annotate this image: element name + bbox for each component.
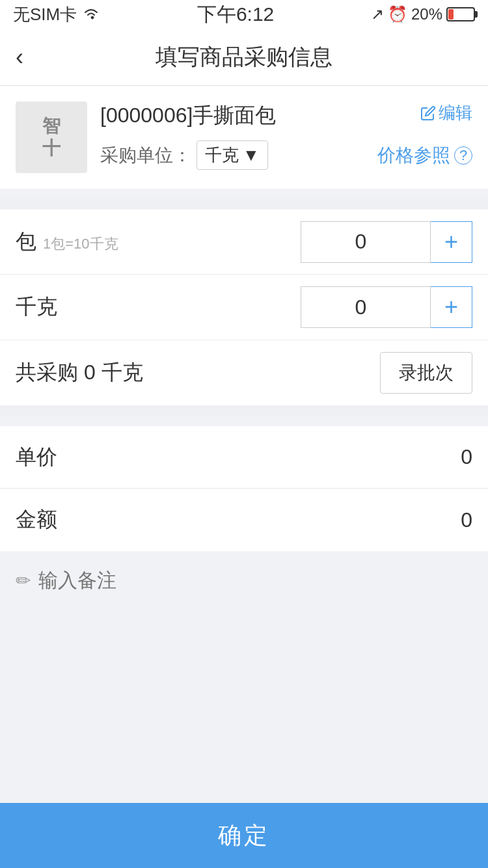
alarm-icon: ⏰ [388,5,407,23]
status-bar: 无SIM卡 下午6:12 ↗ ⏰ 20% [0,0,488,29]
status-left: 无SIM卡 [13,3,100,26]
unit-select[interactable]: 千克 ▼ [197,141,268,170]
battery-icon [446,7,475,21]
bao-plus-button[interactable]: + [431,221,472,263]
content-spacer [0,610,488,740]
bao-input[interactable] [301,221,431,263]
kg-input-row: 千克 + [0,275,488,340]
wifi-icon [82,5,100,25]
summary-text: 共采购 0 千克 [16,359,143,387]
separator-2 [0,405,488,416]
bao-input-controls: + [301,221,472,263]
batch-button[interactable]: 录批次 [380,352,472,394]
notes-section: ✏ [0,551,488,610]
product-unit-row: 采购单位： 千克 ▼ 价格参照 ? [100,141,472,170]
battery-percentage: 20% [411,5,442,23]
product-card: 智 十 [0000006]手撕面包 编辑 采购单位： [0,86,488,189]
kg-input[interactable] [301,286,431,328]
kg-plus-button[interactable]: + [431,286,472,328]
bao-input-row: 包 1包=10千克 + [0,210,488,275]
dropdown-icon: ▼ [243,145,260,165]
bao-sublabel: 1包=10千克 [43,234,118,254]
amount-label: 金额 [16,506,57,534]
unit-label: 采购单位： 千克 ▼ [100,141,268,170]
page-title: 填写商品采购信息 [156,42,332,72]
product-logo: 智 十 [42,115,61,159]
back-button[interactable]: ‹ [16,44,23,71]
summary-section: 共采购 0 千克 录批次 [0,340,488,405]
nav-bar: ‹ 填写商品采购信息 [0,29,488,86]
bao-label: 包 1包=10千克 [16,228,118,256]
carrier-text: 无SIM卡 [13,3,77,26]
price-ref-icon: ? [454,146,472,165]
price-ref-button[interactable]: 价格参照 ? [377,143,472,168]
status-time: 下午6:12 [197,1,274,28]
amount-value: 0 [461,508,472,532]
product-header: [0000006]手撕面包 编辑 [100,102,472,130]
pencil-icon: ✏ [16,570,31,591]
notes-input[interactable] [38,569,472,591]
unit-price-label: 单价 [16,443,57,472]
edit-button[interactable]: 编辑 [420,102,472,124]
summary-row: 共采购 0 千克 录批次 [0,340,488,405]
amount-row: 金额 0 [0,489,488,551]
confirm-button[interactable]: 确定 [0,803,488,868]
kg-label: 千克 [16,293,57,321]
unit-price-value: 0 [461,445,472,469]
product-image: 智 十 [16,102,87,173]
product-info: [0000006]手撕面包 编辑 采购单位： 千克 ▼ [100,102,472,170]
unit-price-row: 单价 0 [0,426,488,489]
separator-1 [0,199,488,210]
status-right: ↗ ⏰ 20% [371,5,475,23]
kg-input-controls: + [301,286,472,328]
product-name: [0000006]手撕面包 [100,102,276,130]
location-icon: ↗ [371,5,384,23]
input-section: 包 1包=10千克 + 千克 + [0,210,488,340]
price-section: 单价 0 金额 0 [0,426,488,551]
